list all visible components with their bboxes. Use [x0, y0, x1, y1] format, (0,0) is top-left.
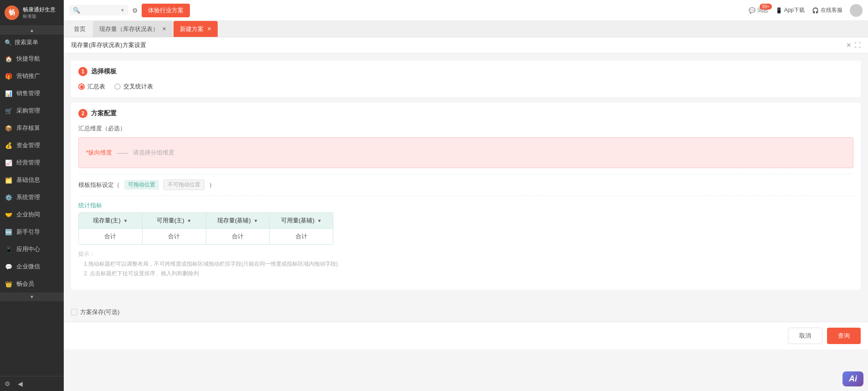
template-radio-group: 汇总表 交叉统计表 — [78, 82, 853, 91]
topbar-search-box[interactable]: 🔍 ▼ — [69, 5, 128, 15]
sidebar-search-label: 搜索菜单 — [15, 38, 38, 46]
indicator-close-paren: ） — [209, 181, 215, 189]
sidebar-item-system[interactable]: ⚙️ 系统管理 — [0, 189, 64, 206]
topbar-gear-icon[interactable]: ⚙ — [132, 7, 138, 14]
page-title: 现存量(库存状况表)方案设置 — [71, 41, 146, 49]
settings-icon[interactable]: ⚙ — [5, 380, 10, 387]
sidebar-search[interactable]: 🔍 搜索菜单 — [0, 35, 64, 50]
sidebar-item-enterprise[interactable]: 🤝 企业协同 — [0, 206, 64, 223]
sidebar-item-member[interactable]: 👑 畅会员 — [0, 275, 64, 293]
stat-col-header-2: 现存量(基辅) ▼ — [206, 213, 270, 228]
topbar: 🔍 ▼ ⚙ 体验行业方案 💬 消息 99+ 📱 App下载 🎧 在线客服 — [64, 0, 868, 21]
app-center-icon: 📱 — [5, 245, 13, 253]
sidebar-item-app-center[interactable]: 📱 应用中心 — [0, 241, 64, 258]
online-service-button[interactable]: 🎧 在线客服 — [812, 6, 842, 14]
tab-inventory-status[interactable]: 现存量（库存状况表） ✕ — [93, 21, 173, 37]
stat-col-chevron-0[interactable]: ▼ — [123, 218, 128, 223]
sidebar-item-inventory-label: 库存核算 — [16, 124, 40, 132]
dim-arrow: —— — [117, 149, 128, 156]
stat-col-chevron-3[interactable]: ▼ — [317, 218, 322, 223]
sidebar-item-inventory[interactable]: 📦 库存核算 — [0, 119, 64, 137]
wechat-icon: 💬 — [5, 262, 13, 271]
stat-col-header-1: 可用量(主) ▼ — [143, 213, 206, 228]
save-check-area: 方案保存(可选) — [64, 303, 868, 322]
radio-cross-table[interactable]: 交叉统计表 — [114, 82, 153, 91]
tab-home[interactable]: 首页 — [67, 21, 92, 37]
radio-cross-circle — [114, 83, 121, 90]
topbar-search-chevron[interactable]: ▼ — [120, 8, 125, 13]
sidebar-item-enterprise-label: 企业协同 — [16, 211, 40, 219]
sidebar-item-app-center-label: 应用中心 — [16, 245, 40, 253]
content-header: 现存量(库存状况表)方案设置 ✕ ⛶ — [64, 37, 868, 53]
stat-col-header-0: 现存量(主) ▼ — [79, 213, 143, 228]
stat-col-chevron-1[interactable]: ▼ — [187, 218, 192, 223]
enterprise-icon: 🤝 — [5, 211, 13, 219]
quick-nav-icon: 🏠 — [5, 55, 13, 63]
section2-title: 2 方案配置 — [78, 109, 853, 118]
sidebar-item-finance-label: 资金管理 — [16, 141, 40, 149]
sidebar-scroll-up[interactable]: ▲ — [0, 26, 64, 35]
radio-summary-table[interactable]: 汇总表 — [78, 82, 105, 91]
collapse-icon[interactable]: ◀ — [18, 380, 23, 387]
cancel-button[interactable]: 取消 — [788, 328, 822, 344]
section1-title: 1 选择模板 — [78, 67, 853, 76]
marketing-icon: 🎁 — [5, 72, 13, 80]
sidebar-scroll-down[interactable]: ▼ — [0, 293, 64, 301]
sidebar-item-basic-info[interactable]: 🗂️ 基础信息 — [0, 171, 64, 189]
sidebar-item-finance[interactable]: 💰 资金管理 — [0, 137, 64, 154]
sidebar-item-wechat[interactable]: 💬 企业微信 — [0, 258, 64, 275]
sidebar-item-sales[interactable]: 📊 销售管理 — [0, 85, 64, 102]
stat-col-label-0: 现存量(主) — [93, 216, 121, 225]
tab-inventory-close[interactable]: ✕ — [162, 26, 166, 32]
sidebar-item-wechat-label: 企业微信 — [16, 262, 40, 271]
sidebar-item-operations[interactable]: 📈 经营管理 — [0, 154, 64, 171]
app-logo-icon: 畅 — [5, 5, 19, 20]
dim-label: 汇总维度（必选） — [78, 124, 853, 133]
section1-block: 1 选择模板 汇总表 交叉统计表 — [71, 61, 861, 97]
stat-col-label-2: 现存量(基辅) — [217, 216, 251, 225]
section2-label: 方案配置 — [91, 109, 117, 118]
stat-cell-0-1: 合计 — [143, 229, 206, 244]
trial-button[interactable]: 体验行业方案 — [142, 4, 190, 17]
main-area: 🔍 ▼ ⚙ 体验行业方案 💬 消息 99+ 📱 App下载 🎧 在线客服 — [64, 0, 868, 391]
sidebar-item-purchase-label: 采购管理 — [16, 107, 40, 115]
message-button[interactable]: 💬 消息 99+ — [749, 6, 768, 14]
sidebar-item-new-guide[interactable]: 🆕 新手引导 — [0, 223, 64, 241]
minimize-icon[interactable]: ✕ — [846, 41, 852, 49]
expand-icon[interactable]: ⛶ — [854, 41, 861, 49]
divider-1 — [78, 174, 853, 174]
save-checkbox[interactable] — [71, 309, 77, 315]
tip-2: 2. 点击标题栏下拉可设置排序、插入列和删除列 — [78, 269, 853, 279]
topbar-search-input[interactable] — [82, 7, 118, 14]
tab-new-scheme[interactable]: 新建方案 ✕ — [174, 21, 218, 37]
stat-col-label-1: 可用量(主) — [157, 216, 184, 225]
sales-icon: 📊 — [5, 89, 13, 98]
stat-col-chevron-2[interactable]: ▼ — [254, 218, 258, 223]
tabbar: 首页 现存量（库存状况表） ✕ 新建方案 ✕ — [64, 21, 868, 37]
radio-summary-label: 汇总表 — [87, 82, 105, 91]
section2-num: 2 — [78, 109, 87, 118]
sidebar-item-purchase[interactable]: 🛒 采购管理 — [0, 102, 64, 119]
topbar-right: 💬 消息 99+ 📱 App下载 🎧 在线客服 — [749, 4, 863, 17]
user-avatar[interactable] — [850, 4, 863, 17]
save-check-label: 方案保存(可选) — [80, 308, 120, 316]
sidebar-item-quick-nav[interactable]: 🏠 快捷导航 — [0, 50, 64, 67]
sidebar-item-marketing-label: 营销推广 — [16, 72, 40, 80]
inventory-icon: 📦 — [5, 124, 13, 132]
online-service-label: 在线客服 — [821, 6, 842, 14]
search-icon: 🔍 — [5, 39, 12, 46]
app-download-label: App下载 — [784, 6, 805, 14]
statistics-table: 现存量(主) ▼ 可用量(主) ▼ 现存量(基辅) ▼ 可用量(基辅) — [78, 212, 333, 245]
query-button[interactable]: 查询 — [827, 328, 861, 344]
avatar — [850, 4, 863, 17]
dim-placeholder[interactable]: 请选择分组维度 — [133, 149, 174, 157]
sidebar-item-system-label: 系统管理 — [16, 193, 40, 201]
sidebar-item-marketing[interactable]: 🎁 营销推广 — [0, 67, 64, 85]
app-download-button[interactable]: 📱 App下载 — [776, 6, 805, 14]
sidebar-item-basic-info-label: 基础信息 — [16, 176, 40, 184]
section1-num: 1 — [78, 67, 87, 76]
form-container: 1 选择模板 汇总表 交叉统计表 2 — [64, 53, 868, 303]
tab-new-scheme-close[interactable]: ✕ — [207, 26, 211, 32]
stat-cell-0-2: 合计 — [206, 229, 270, 244]
ai-badge[interactable]: Ai — [842, 371, 863, 386]
